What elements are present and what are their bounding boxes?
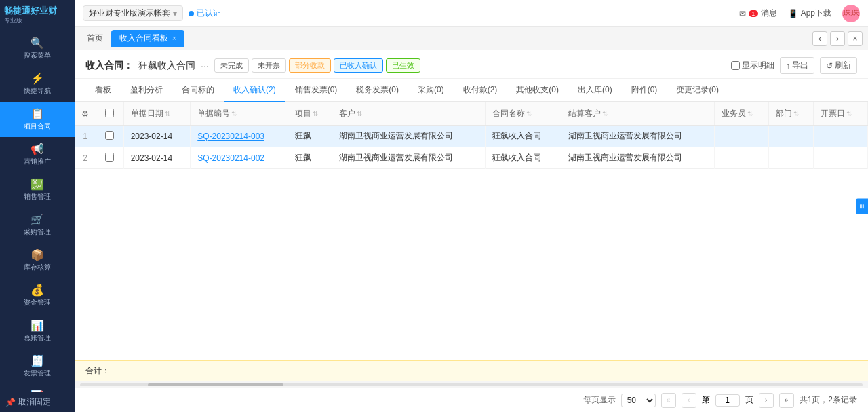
sidebar-item-ledger[interactable]: 📊 总账管理 [0, 314, 75, 349]
certified-label: 已认证 [197, 7, 221, 19]
pin-icon: 📌 [5, 398, 16, 407]
sidebar-item-label: 快捷导航 [24, 86, 51, 96]
subtab-warehouse[interactable]: 出入库(0) [568, 79, 622, 102]
topbar-left: 好业财专业版演示帐套 ▾ 已认证 [83, 5, 221, 21]
right-float-panel[interactable]: ≡ [856, 198, 868, 214]
sidebar-item-project[interactable]: 📋 项目合同 [0, 102, 75, 137]
row-salesman [714, 147, 768, 169]
per-page-label: 每页显示 [583, 394, 616, 406]
col-number: 单据编号⇅ [191, 102, 288, 126]
sidebar-item-funds[interactable]: 💰 资金管理 [0, 278, 75, 314]
show-detail-checkbox[interactable]: 显示明细 [731, 60, 774, 71]
footer-total-label: 合计： [85, 365, 110, 377]
chevron-down-icon: ▾ [173, 9, 177, 18]
sidebar-item-marketing[interactable]: 📢 营销推广 [0, 137, 75, 172]
sort-icon: ⇅ [526, 110, 532, 117]
app-name: 畅捷通好业财 [4, 5, 71, 16]
status-uninvoiced[interactable]: 未开票 [252, 58, 286, 73]
subtab-attachment[interactable]: 附件(0) [622, 79, 667, 102]
sidebar-item-tax[interactable]: 📝 税务管理 [0, 384, 75, 392]
sidebar-item-quicknav[interactable]: ⚡ 快捷导航 [0, 67, 75, 102]
prev-page-button[interactable]: ‹ [682, 393, 696, 408]
col-open-date: 开票日⇅ [813, 102, 867, 126]
subtab-subject[interactable]: 合同标的 [172, 79, 224, 102]
message-button[interactable]: ✉ 1 消息 [739, 7, 777, 19]
refresh-button[interactable]: ↺ 刷新 [820, 57, 857, 74]
row-number: SQ-20230214-003 [191, 126, 288, 147]
more-icon[interactable]: ··· [201, 60, 209, 71]
tab-prev-button[interactable]: ‹ [812, 31, 827, 46]
project-icon: 📋 [31, 107, 44, 120]
ledger-icon: 📊 [31, 319, 44, 332]
subtab-board[interactable]: 看板 [85, 79, 121, 102]
refresh-label: 刷新 [835, 60, 851, 71]
settings-icon[interactable]: ⚙ [81, 109, 89, 119]
avatar[interactable]: 珠珠 [842, 5, 860, 22]
subtab-changes[interactable]: 变更记录(0) [667, 79, 728, 102]
subtab-tax-invoice[interactable]: 税务发票(0) [347, 79, 408, 102]
table-row[interactable]: 2 2023-02-14 SQ-20230214-002 狂飙 湖南卫视商业运营… [75, 147, 868, 169]
tab-next-button[interactable]: › [830, 31, 845, 46]
row-project: 狂飙 [288, 147, 332, 169]
sidebar-item-search[interactable]: 🔍 搜索菜单 [0, 31, 75, 67]
tab-home[interactable]: 首页 [80, 30, 110, 47]
page-title: 收入合同： [85, 60, 133, 72]
subtab-sales-invoice[interactable]: 销售发票(0) [285, 79, 347, 102]
sidebar-item-purchase[interactable]: 🛒 采购管理 [0, 208, 75, 243]
doc-number-link[interactable]: SQ-20230214-003 [197, 132, 264, 141]
tab-close-all-button[interactable]: × [848, 31, 863, 46]
subtab-payment[interactable]: 收付款(2) [454, 79, 507, 102]
doc-number-link[interactable]: SQ-20230214-002 [197, 153, 264, 163]
sidebar-bottom-label: 取消固定 [18, 396, 51, 408]
sidebar-item-inventory[interactable]: 📦 库存核算 [0, 243, 75, 278]
status-incomplete[interactable]: 未完成 [214, 58, 249, 73]
horizontal-scrollbar[interactable] [75, 381, 868, 388]
status-partial[interactable]: 部分收款 [289, 58, 331, 73]
col-end-customer: 结算客户⇅ [561, 102, 714, 126]
purchase-icon: 🛒 [31, 213, 44, 226]
row-checkbox[interactable] [105, 153, 114, 162]
row-checkbox[interactable] [105, 131, 114, 140]
first-page-button[interactable]: « [661, 393, 676, 408]
col-date: 单据日期⇅ [123, 102, 191, 126]
sidebar-pin-toggle[interactable]: 📌 取消固定 [0, 392, 75, 412]
scrollbar-thumb[interactable] [148, 383, 283, 386]
scrollbar-track [80, 383, 863, 386]
sort-icon: ⇅ [357, 110, 362, 117]
sidebar-item-label: 搜索菜单 [24, 51, 51, 60]
app-download-button[interactable]: 📱 App下载 [788, 7, 831, 19]
page-of-label: 页 [745, 394, 753, 406]
subtab-purchase[interactable]: 采购(0) [408, 79, 454, 102]
app-download-label: App下载 [801, 7, 831, 19]
per-page-select[interactable]: 50 20 100 [621, 394, 656, 407]
sidebar-item-sales[interactable]: 💹 销售管理 [0, 172, 75, 208]
sort-icon: ⇅ [846, 110, 852, 117]
status-badges: 未完成 未开票 部分收款 已收入确认 已生效 [214, 58, 420, 73]
last-page-button[interactable]: » [779, 393, 794, 408]
company-selector[interactable]: 好业财专业版演示帐套 ▾ [83, 5, 183, 21]
page-content: 收入合同： 狂飙收入合同 ··· 未完成 未开票 部分收款 已收入确认 已生效 … [75, 50, 868, 412]
tab-contract-board[interactable]: 收入合同看板 × [111, 30, 184, 47]
detail-checkbox-input[interactable] [731, 61, 740, 70]
subtab-profit[interactable]: 盈利分析 [121, 79, 172, 102]
sidebar-item-invoice[interactable]: 🧾 发票管理 [0, 349, 75, 384]
row-dept [768, 147, 813, 169]
col-checkbox [96, 102, 124, 126]
export-button[interactable]: ↑ 导出 [780, 57, 814, 74]
col-settings: ⚙ [75, 102, 96, 126]
subtab-other[interactable]: 其他收支(0) [507, 79, 568, 102]
subtab-revenue-confirm[interactable]: 收入确认(2) [224, 79, 285, 102]
status-active[interactable]: 已生效 [386, 58, 420, 73]
select-all-checkbox[interactable] [105, 109, 114, 117]
status-confirmed[interactable]: 已收入确认 [334, 58, 383, 73]
tab-close-icon[interactable]: × [172, 35, 176, 42]
sidebar-item-label: 项目合同 [24, 121, 51, 131]
pagination: 每页显示 50 20 100 « ‹ 第 页 › » 共1页，2条记录 [75, 388, 868, 412]
row-date: 2023-02-14 [123, 147, 191, 169]
page-header: 收入合同： 狂飙收入合同 ··· 未完成 未开票 部分收款 已收入确认 已生效 … [75, 50, 868, 79]
table-row[interactable]: 1 2023-02-14 SQ-20230214-003 狂飙 湖南卫视商业运营… [75, 126, 868, 147]
page-input[interactable] [715, 394, 740, 407]
app-sub: 专业版 [4, 16, 71, 25]
row-dept [768, 126, 813, 147]
next-page-button[interactable]: › [759, 393, 774, 408]
